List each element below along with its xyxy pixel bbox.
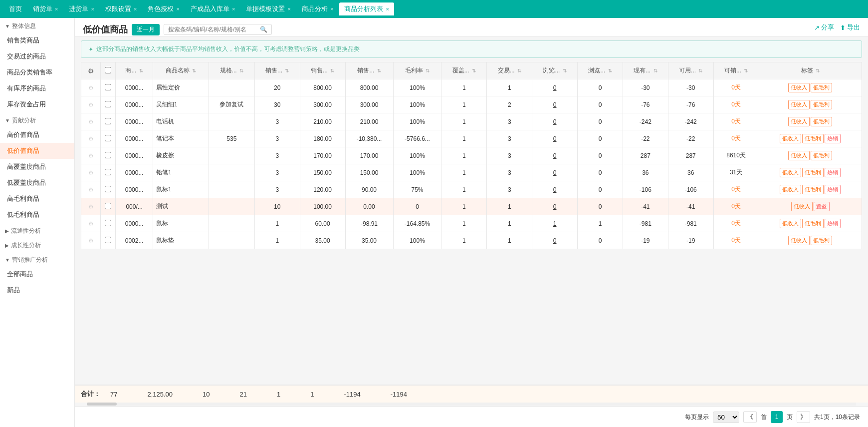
time-filter-button[interactable]: 近一月 — [132, 24, 160, 35]
checkbox-col-header[interactable] — [101, 62, 116, 79]
settings-col-header[interactable]: ⚙ — [81, 62, 101, 79]
gear-icon[interactable]: ⚙ — [88, 67, 94, 75]
th-gross[interactable]: 毛利率 ⇅ — [393, 62, 441, 79]
row-checkbox[interactable] — [105, 237, 111, 243]
nav-item-产成品入库单[interactable]: 产成品入库单 × — [186, 2, 240, 15]
row-checkbox[interactable] — [105, 220, 111, 226]
row-browse1[interactable]: 0 — [532, 147, 578, 164]
row-browse1[interactable]: 0 — [532, 79, 578, 96]
nav-item-销货单[interactable]: 销货单 × — [28, 2, 63, 15]
row-browse1[interactable]: 0 — [532, 96, 578, 113]
th-browse1[interactable]: 浏览... ⇅ — [532, 62, 578, 79]
sidebar-item-低毛利商品[interactable]: 低毛利商品 — [0, 207, 74, 223]
sidebar-item-有库序的商品[interactable]: 有库序的商品 — [0, 80, 74, 96]
sidebar-item-销售类商品[interactable]: 销售类商品 — [0, 32, 74, 48]
row-gear-icon[interactable]: ⚙ — [88, 135, 94, 142]
sidebar-group-营销推广分析[interactable]: ▼营销推广分析 — [0, 252, 74, 266]
row-gear-icon[interactable]: ⚙ — [88, 152, 94, 159]
row-gear[interactable]: ⚙ — [81, 215, 101, 232]
row-gear[interactable]: ⚙ — [81, 181, 101, 198]
row-browse1[interactable]: 0 — [532, 130, 578, 147]
row-checkbox[interactable] — [105, 169, 111, 175]
row-gear-icon[interactable]: ⚙ — [88, 118, 94, 125]
row-checkbox[interactable] — [105, 84, 111, 90]
sidebar-group-流通性分析[interactable]: ▶流通性分析 — [0, 223, 74, 237]
sidebar-item-低覆盖度商品[interactable]: 低覆盖度商品 — [0, 175, 74, 191]
nav-item-首页[interactable]: 首页 — [4, 2, 27, 15]
th-code[interactable]: 商... ⇅ — [116, 62, 153, 79]
th-sellable[interactable]: 可销... ⇅ — [713, 62, 759, 79]
th-sale2[interactable]: 销售... ⇅ — [300, 62, 345, 79]
row-checkbox[interactable] — [105, 118, 111, 124]
nav-close-icon[interactable]: × — [384, 6, 389, 12]
row-checkbox-cell[interactable] — [101, 79, 116, 96]
row-gear-icon[interactable]: ⚙ — [88, 101, 94, 108]
nav-item-商品分析[interactable]: 商品分析 × — [297, 2, 338, 15]
row-checkbox[interactable] — [105, 152, 111, 158]
row-gear-icon[interactable]: ⚙ — [88, 237, 94, 244]
row-gear-icon[interactable]: ⚙ — [88, 203, 94, 210]
nav-item-角色授权[interactable]: 角色授权 × — [143, 2, 184, 15]
sidebar-item-全部商品[interactable]: 全部商品 — [0, 266, 74, 282]
nav-close-icon[interactable]: × — [175, 6, 179, 12]
search-input[interactable] — [168, 26, 258, 33]
sidebar-item-高毛利商品[interactable]: 高毛利商品 — [0, 191, 74, 207]
sidebar-item-高价值商品[interactable]: 高价值商品 — [0, 127, 74, 143]
row-checkbox[interactable] — [105, 101, 111, 107]
row-checkbox-cell[interactable] — [101, 164, 116, 181]
th-trade[interactable]: 交易... ⇅ — [487, 62, 532, 79]
search-icon[interactable]: 🔍 — [260, 26, 267, 33]
sidebar-group-贡献分析[interactable]: ▼贡献分析 — [0, 112, 74, 127]
row-checkbox-cell[interactable] — [101, 96, 116, 113]
th-browse2[interactable]: 浏览... ⇅ — [578, 62, 623, 79]
row-browse1[interactable]: 0 — [532, 198, 578, 215]
nav-close-icon[interactable]: × — [230, 6, 235, 12]
row-gear[interactable]: ⚙ — [81, 79, 101, 96]
row-gear[interactable]: ⚙ — [81, 232, 101, 249]
sidebar-item-交易过的商品[interactable]: 交易过的商品 — [0, 48, 74, 64]
row-checkbox-cell[interactable] — [101, 147, 116, 164]
row-checkbox-cell[interactable] — [101, 113, 116, 130]
nav-item-单据模板设置[interactable]: 单据模板设置 × — [241, 2, 295, 15]
row-checkbox[interactable] — [105, 135, 111, 141]
th-tags[interactable]: 标签 ⇅ — [759, 62, 862, 79]
row-gear[interactable]: ⚙ — [81, 147, 101, 164]
row-checkbox[interactable] — [105, 186, 111, 192]
row-browse1[interactable]: 0 — [532, 164, 578, 181]
th-available[interactable]: 可用... ⇅ — [668, 62, 713, 79]
th-spec[interactable]: 规格... ⇅ — [209, 62, 254, 79]
nav-close-icon[interactable]: × — [53, 6, 58, 12]
sidebar-item-低价值商品[interactable]: 低价值商品 — [0, 143, 74, 159]
th-sale1[interactable]: 销售... ⇅ — [254, 62, 300, 79]
row-checkbox-cell[interactable] — [101, 232, 116, 249]
row-checkbox-cell[interactable] — [101, 215, 116, 232]
sidebar-item-高覆盖度商品[interactable]: 高覆盖度商品 — [0, 159, 74, 175]
row-browse1[interactable]: 0 — [532, 113, 578, 130]
row-gear-icon[interactable]: ⚙ — [88, 186, 94, 193]
sidebar-item-商品分类销售率[interactable]: 商品分类销售率 — [0, 64, 74, 80]
page-size-select[interactable]: 50 10 20 100 — [713, 412, 739, 423]
select-all-checkbox[interactable] — [105, 67, 111, 73]
row-checkbox-cell[interactable] — [101, 130, 116, 147]
nav-item-进货单[interactable]: 进货单 × — [64, 2, 99, 15]
th-current[interactable]: 现有... ⇅ — [623, 62, 668, 79]
nav-item-商品分析列表[interactable]: 商品分析列表 × — [339, 2, 394, 15]
nav-item-权限设置[interactable]: 权限设置 × — [100, 2, 142, 15]
row-checkbox-cell[interactable] — [101, 198, 116, 215]
horizontal-scrollbar[interactable] — [87, 403, 856, 406]
row-gear-icon[interactable]: ⚙ — [88, 169, 94, 176]
nav-close-icon[interactable]: × — [132, 6, 137, 12]
row-gear[interactable]: ⚙ — [81, 130, 101, 147]
first-page-button[interactable]: 《 — [743, 411, 757, 423]
row-checkbox-cell[interactable] — [101, 181, 116, 198]
row-checkbox[interactable] — [105, 203, 111, 209]
th-cover[interactable]: 覆盖... ⇅ — [441, 62, 487, 79]
sidebar-item-新品[interactable]: 新品 — [0, 282, 74, 298]
row-gear[interactable]: ⚙ — [81, 113, 101, 130]
row-browse1[interactable]: 0 — [532, 181, 578, 198]
sidebar-group-整体信息[interactable]: ▼整体信息 — [0, 18, 74, 32]
nav-close-icon[interactable]: × — [286, 6, 290, 12]
th-sale3[interactable]: 销售... ⇅ — [345, 62, 393, 79]
last-page-button[interactable]: 》 — [797, 411, 810, 423]
row-gear[interactable]: ⚙ — [81, 198, 101, 215]
